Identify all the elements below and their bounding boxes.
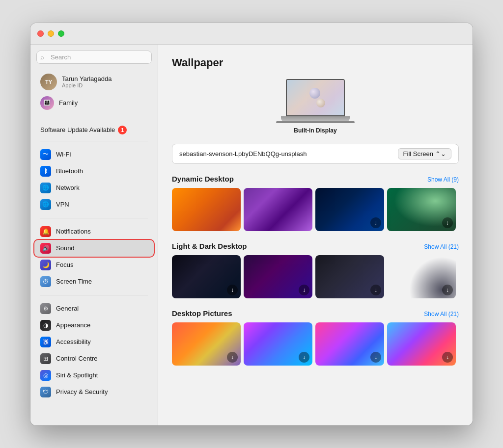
wallpaper-grid-lightdark: ↓ ↓ ↓ ↓: [172, 255, 459, 298]
sidebar-item-label: Notifications: [56, 228, 91, 235]
main-content: Wallpaper Built-in Displa: [158, 45, 473, 425]
laptop-wallpaper: [287, 80, 344, 115]
sidebar-item-sound[interactable]: 🔊 Sound: [34, 240, 154, 257]
sidebar-item-label: Accessibility: [56, 338, 91, 345]
sidebar-item-label: Screen Time: [56, 278, 92, 285]
orb1: [309, 88, 320, 99]
sidebar-item-notifications[interactable]: 🔔 Notifications: [34, 223, 154, 240]
download-icon: ↓: [442, 352, 453, 363]
wallpaper-thumb[interactable]: ↓: [172, 255, 241, 298]
sidebar-item-label: Bluetooth: [56, 167, 83, 175]
separator-2: [40, 141, 148, 141]
traffic-lights: [37, 30, 64, 37]
close-button[interactable]: [37, 30, 44, 37]
sidebar-item-accessibility[interactable]: ♿ Accessibility: [34, 334, 154, 350]
sidebar-item-controlcentre[interactable]: ⊞ Control Centre: [34, 350, 154, 367]
fill-screen-button[interactable]: Fill Screen ⌃⌄: [398, 148, 451, 159]
wallpaper-orbs: [306, 88, 325, 107]
wallpaper-thumb[interactable]: [244, 188, 312, 231]
section-header-desktoppics: Desktop Pictures Show All (21): [172, 309, 459, 317]
search-container: ⌕: [30, 45, 158, 68]
user-profile-item[interactable]: TY Tarun Yarlagadda Apple ID: [36, 71, 152, 93]
avatar: TY: [40, 74, 57, 90]
section-title-desktoppics: Desktop Pictures: [172, 309, 232, 317]
display-preview: Built-in Display: [172, 79, 459, 134]
notifications-icon: 🔔: [40, 226, 51, 237]
minimize-button[interactable]: [48, 30, 54, 37]
wallpaper-thumb[interactable]: ↓: [315, 322, 384, 366]
search-input[interactable]: [36, 51, 152, 64]
sidebar-item-appearance[interactable]: ◑ Appearance: [34, 317, 154, 334]
laptop-container: [276, 79, 355, 123]
wifi-icon: 〜: [40, 149, 51, 160]
sidebar-item-family[interactable]: 👨‍👩‍👧 Family: [36, 93, 152, 113]
laptop-foot: [276, 121, 355, 123]
update-label: Software Update Available: [40, 126, 115, 133]
accessibility-icon: ♿: [40, 337, 51, 347]
controlcentre-icon: ⊞: [40, 353, 51, 364]
show-all-desktoppics[interactable]: Show All (21): [424, 311, 459, 317]
wallpaper-thumb[interactable]: ↓: [387, 322, 456, 366]
download-icon: ↓: [370, 217, 381, 228]
sidebar-item-label: Network: [56, 184, 80, 191]
download-icon: ↓: [299, 352, 309, 363]
user-info: Tarun Yarlagadda Apple ID: [62, 75, 112, 88]
chevron-icon: ⌃⌄: [435, 150, 446, 158]
sidebar-item-label: Privacy & Security: [56, 388, 108, 395]
sidebar-group-notifications: 🔔 Notifications 🔊 Sound 🌙 Focus: [30, 221, 158, 292]
privacy-icon: 🛡: [40, 387, 51, 397]
sidebar-group-general: ⚙ General ◑ Appearance ♿ Accessibility: [30, 298, 158, 402]
sidebar-item-network[interactable]: 🌐 Network: [34, 180, 154, 196]
update-badge: 1: [118, 126, 127, 134]
wallpaper-thumb[interactable]: ↓: [244, 322, 312, 366]
wallpaper-thumb[interactable]: ↓: [387, 255, 456, 298]
show-all-lightdark[interactable]: Show All (21): [424, 243, 459, 250]
user-section: TY Tarun Yarlagadda Apple ID 👨‍👩‍👧 Famil…: [30, 68, 158, 116]
sidebar-item-vpn[interactable]: 🌐 VPN: [34, 196, 154, 213]
download-icon: ↓: [227, 352, 238, 363]
vpn-icon: 🌐: [40, 199, 51, 210]
bluetooth-icon: ᛒ: [40, 166, 51, 177]
maximize-button[interactable]: [58, 30, 64, 37]
sidebar-item-label: VPN: [56, 201, 69, 208]
section-header-dynamic: Dynamic Desktop Show All (9): [172, 175, 459, 183]
sidebar-item-screentime[interactable]: ⏱ Screen Time: [34, 273, 154, 290]
sidebar-group-network: 〜 Wi-Fi ᛒ Bluetooth 🌐 Network: [30, 144, 158, 215]
titlebar: [30, 23, 473, 45]
sidebar-item-software-update[interactable]: Software Update Available 1: [30, 122, 158, 138]
sidebar-item-label: Wi-Fi: [56, 151, 71, 158]
sidebar-item-general[interactable]: ⚙ General: [34, 300, 154, 317]
display-label: Built-in Display: [294, 127, 336, 134]
sidebar-item-label: Appearance: [56, 321, 90, 329]
laptop-screen: [286, 79, 345, 116]
wallpaper-thumb[interactable]: ↓: [387, 188, 456, 231]
show-all-dynamic[interactable]: Show All (9): [427, 176, 459, 183]
wallpaper-thumb[interactable]: ↓: [172, 322, 241, 366]
section-header-lightdark: Light & Dark Desktop Show All (21): [172, 242, 459, 250]
sidebar-item-label: Focus: [56, 261, 73, 268]
search-wrapper: ⌕: [36, 51, 152, 64]
system-preferences-window: ⌕ TY Tarun Yarlagadda Apple ID: [30, 23, 473, 425]
siri-icon: ◎: [40, 370, 51, 381]
sidebar-item-bluetooth[interactable]: ᛒ Bluetooth: [34, 163, 154, 180]
wallpaper-grid-dynamic: ↓ ↓: [172, 188, 459, 231]
separator-4: [40, 295, 148, 295]
sidebar-item-siri[interactable]: ◎ Siri & Spotlight: [34, 367, 154, 384]
wallpaper-thumb[interactable]: ↓: [315, 255, 384, 298]
user-name: Tarun Yarlagadda: [62, 75, 112, 82]
sidebar-item-privacy[interactable]: 🛡 Privacy & Security: [34, 384, 154, 400]
fill-screen-label: Fill Screen: [403, 150, 433, 158]
sidebar-item-focus[interactable]: 🌙 Focus: [34, 257, 154, 273]
focus-icon: 🌙: [40, 260, 51, 270]
wallpaper-thumb[interactable]: ↓: [315, 188, 384, 231]
wallpaper-thumb[interactable]: [172, 188, 241, 231]
family-label: Family: [59, 99, 78, 106]
wallpaper-thumb[interactable]: ↓: [244, 255, 312, 298]
user-subtitle: Apple ID: [62, 82, 112, 88]
wallpaper-filename: sebastian-svenson-LpbyDENbQQg-unsplash: [179, 150, 307, 158]
download-icon: ↓: [370, 352, 381, 363]
sidebar-item-wifi[interactable]: 〜 Wi-Fi: [34, 146, 154, 163]
wallpaper-name-bar: sebastian-svenson-LpbyDENbQQg-unsplash F…: [172, 144, 459, 164]
laptop-base: [281, 116, 350, 121]
screentime-icon: ⏱: [40, 276, 51, 287]
